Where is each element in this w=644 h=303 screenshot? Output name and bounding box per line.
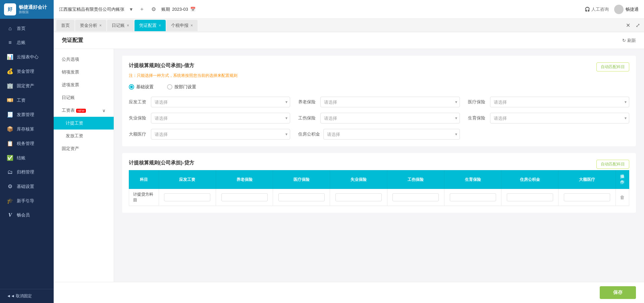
logo: 好 畅捷通好会计 旗舰版 bbox=[0, 0, 54, 19]
content-area: 凭证配置 ↻ 刷新 公共选项 销项发票 进项发票 日记账 bbox=[54, 32, 644, 303]
col-shiye: 失业保险 bbox=[330, 170, 387, 189]
sidebar-item-reports[interactable]: 📊 云报表中心 bbox=[0, 50, 54, 64]
sidebar-item-label: 新手引导 bbox=[17, 198, 34, 204]
sidebar-item-ledger[interactable]: ≡ 总账 bbox=[0, 36, 54, 50]
sidebar-item-label: 发票管理 bbox=[17, 112, 34, 118]
user-info[interactable]: 畅捷通 bbox=[614, 5, 639, 14]
sidebar-item-guide[interactable]: 🎓 新手引导 bbox=[0, 194, 54, 208]
sidebar-item-label: 工资 bbox=[17, 97, 25, 103]
tab-voucher-close[interactable]: × bbox=[159, 23, 161, 28]
col-subject: 科目 bbox=[129, 170, 159, 189]
select-yanglao[interactable]: 请选择 bbox=[320, 97, 460, 107]
tax-icon: 📋 bbox=[7, 140, 13, 147]
tab-tax-report[interactable]: 个税申报 × bbox=[166, 20, 198, 31]
delete-icon[interactable]: 🗑 bbox=[620, 195, 625, 200]
sidebar-item-settings[interactable]: ⚙ 基础设置 bbox=[0, 179, 54, 194]
tab-home[interactable]: 首页 bbox=[56, 20, 74, 31]
sidebar-item-label: 云报表中心 bbox=[17, 54, 39, 60]
sidebar-item-archive[interactable]: 🗂 归档管理 bbox=[0, 165, 54, 179]
tab-journal-close[interactable]: × bbox=[127, 23, 129, 28]
input-shiye[interactable] bbox=[335, 193, 382, 201]
radio-dept-label: 按部门设置 bbox=[174, 84, 196, 90]
label-shengyu: 生育保险 bbox=[468, 115, 487, 121]
nav-payroll-pay[interactable]: 发放工资 bbox=[54, 130, 114, 142]
form-item-gongjijin: 住房公积金 请选择 ▾ bbox=[298, 129, 460, 140]
sidebar-item-home[interactable]: ⌂ 首页 bbox=[0, 21, 54, 36]
select-yiliao[interactable]: 请选择 bbox=[490, 97, 629, 107]
logo-title: 畅捷通好会计 bbox=[19, 4, 47, 10]
nav-fixed-assets[interactable]: 固定资产 bbox=[54, 142, 114, 155]
tab-voucher-config[interactable]: 凭证配置 × bbox=[135, 20, 166, 31]
nav-sales-label: 销项发票 bbox=[62, 69, 79, 75]
close-tab-button[interactable]: ✕ bbox=[625, 21, 632, 30]
headset-icon: 🎧 bbox=[585, 7, 590, 12]
sidebar-item-closing[interactable]: ✅ 结账 bbox=[0, 151, 54, 165]
select-shiye[interactable]: 请选择 bbox=[151, 113, 290, 123]
input-gongjijin[interactable] bbox=[507, 193, 553, 201]
input-yanglao[interactable] bbox=[221, 193, 268, 201]
nav-salary-table[interactable]: 工资表NEW ∨ bbox=[54, 104, 114, 117]
archive-icon: 🗂 bbox=[7, 169, 13, 175]
sidebar-item-member[interactable]: V 畅会员 bbox=[0, 208, 54, 222]
add-button[interactable]: ＋ bbox=[138, 4, 146, 14]
input-yingfa[interactable] bbox=[164, 193, 210, 201]
input-shengyu[interactable] bbox=[450, 193, 496, 201]
select-shengyu[interactable]: 请选择 bbox=[490, 113, 629, 123]
refresh-button[interactable]: ↻ 刷新 bbox=[622, 38, 636, 44]
page-title: 凭证配置 bbox=[62, 37, 83, 44]
guide-icon: 🎓 bbox=[7, 198, 13, 204]
col-yingfa: 应发工资 bbox=[159, 170, 216, 189]
logo-text-group: 畅捷通好会计 旗舰版 bbox=[19, 4, 47, 15]
radio-dept[interactable]: 按部门设置 bbox=[167, 84, 196, 90]
input-gongshang[interactable] bbox=[392, 193, 439, 201]
company-dropdown-button[interactable]: ▾ bbox=[128, 5, 134, 14]
input-yiliao[interactable] bbox=[278, 193, 325, 201]
select-gongjijin-wrapper: 请选择 ▾ bbox=[323, 129, 460, 140]
expand-button[interactable]: ⤢ bbox=[634, 21, 641, 30]
sidebar-item-inventory[interactable]: 📦 库存核算 bbox=[0, 122, 54, 136]
sidebar-item-invoices[interactable]: 🧾 发票管理 bbox=[0, 107, 54, 122]
closing-icon: ✅ bbox=[7, 155, 13, 161]
nav-journal-label: 日记账 bbox=[62, 95, 75, 101]
col-dae: 大额医疗 bbox=[558, 170, 615, 189]
select-gongshang-wrapper: 请选择 ▾ bbox=[320, 113, 460, 123]
input-dae[interactable] bbox=[564, 193, 610, 201]
label-yanglao: 养老保险 bbox=[298, 99, 317, 105]
nav-sales[interactable]: 销项发票 bbox=[54, 66, 114, 79]
tab-journal[interactable]: 日记账 × bbox=[107, 20, 134, 31]
sidebar-item-label: 归档管理 bbox=[17, 169, 34, 175]
nav-purchase[interactable]: 进项发票 bbox=[54, 79, 114, 91]
select-gongjijin[interactable]: 请选择 bbox=[323, 129, 460, 140]
select-dae[interactable]: 请选择 bbox=[151, 129, 290, 140]
sidebar-item-funds[interactable]: 💰 资金管理 bbox=[0, 64, 54, 79]
nav-journal[interactable]: 日记账 bbox=[54, 91, 114, 104]
form-item-dae: 大额医疗 请选择 ▾ bbox=[129, 129, 290, 140]
sidebar-item-tax[interactable]: 📋 税务管理 bbox=[0, 136, 54, 151]
period-display: 账期 2023-03 📅 bbox=[161, 6, 196, 12]
tab-tax-close[interactable]: × bbox=[191, 23, 193, 28]
sidebar-item-assets[interactable]: 🏢 固定资产 bbox=[0, 79, 54, 93]
tab-funds-close[interactable]: × bbox=[99, 23, 102, 28]
nav-public[interactable]: 公共选项 bbox=[54, 53, 114, 66]
page-header: 凭证配置 ↻ 刷新 bbox=[54, 32, 644, 49]
sidebar-item-salary[interactable]: 💴 工资 bbox=[0, 93, 54, 107]
sidebar-footer[interactable]: ◄◄ 取消固定 bbox=[0, 289, 54, 303]
select-gongshang[interactable]: 请选择 bbox=[320, 113, 460, 123]
radio-basic[interactable]: 基础设置 bbox=[129, 84, 154, 90]
nav-purchase-label: 进项发票 bbox=[62, 82, 79, 88]
assets-icon: 🏢 bbox=[7, 83, 13, 89]
radio-basic-label: 基础设置 bbox=[136, 84, 154, 90]
save-button[interactable]: 保存 bbox=[600, 286, 636, 299]
tab-funds[interactable]: 资金分析 × bbox=[75, 20, 106, 31]
settings-button[interactable]: ⚙ bbox=[150, 5, 157, 14]
nav-payroll-calc[interactable]: 计提工资 bbox=[54, 117, 114, 130]
select-yingfa[interactable]: 请选择 bbox=[151, 97, 290, 107]
label-shiye: 失业保险 bbox=[129, 115, 148, 121]
debit-auto-match-button[interactable]: 自动匹配科目 bbox=[596, 62, 629, 71]
col-gongshang: 工伤保险 bbox=[387, 170, 444, 189]
service-button[interactable]: 🎧 人工咨询 bbox=[585, 6, 609, 12]
label-yiliao: 医疗保险 bbox=[468, 99, 487, 105]
credit-auto-match-button[interactable]: 自动匹配科目 bbox=[596, 160, 629, 169]
invoices-icon: 🧾 bbox=[7, 111, 13, 118]
calendar-icon[interactable]: 📅 bbox=[190, 7, 196, 12]
